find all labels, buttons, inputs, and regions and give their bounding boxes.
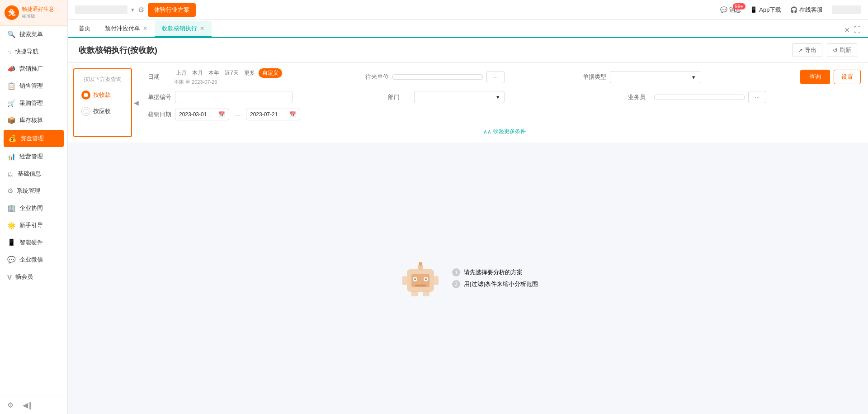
- sidebar-item-label: 基础信息: [18, 170, 41, 178]
- shortcut-this-month[interactable]: 本月: [190, 68, 205, 78]
- sidebar-item-inventory[interactable]: 📦 库存核算: [0, 112, 67, 129]
- verify-date-end[interactable]: 2023-07-21 📅: [246, 109, 300, 120]
- message-icon: 💬: [720, 6, 727, 13]
- salesperson-ellipsis[interactable]: ···: [748, 91, 766, 103]
- sidebar-item-guide[interactable]: 🌟 新手引导: [0, 217, 67, 234]
- sidebar-item-label: 企业协同: [19, 204, 43, 212]
- collapse-label: 收起更多条件: [493, 128, 526, 135]
- tab-receipt[interactable]: 收款核销执行 ✕: [155, 21, 212, 37]
- operation-icon: 📊: [7, 152, 16, 161]
- marketing-icon: 📣: [7, 65, 16, 73]
- shortcut-this-year[interactable]: 本年: [207, 68, 221, 78]
- date-shortcut-group: 上月 本月 本年 近7天 更多 自定义: [174, 68, 282, 78]
- counterparty-label: 往来单位: [365, 73, 389, 81]
- tab-prepay[interactable]: 预付冲应付单 ✕: [98, 21, 155, 37]
- main-area: ▾ ⚙ 体验行业方案 💬 消息 99+ 📱 App下载 🎧 在线客服 首页: [68, 0, 868, 414]
- user-label: [832, 5, 861, 14]
- dropdown-icon[interactable]: ▾: [131, 6, 134, 13]
- counterparty-input[interactable]: [392, 74, 483, 80]
- logo-icon: 兔: [5, 5, 19, 20]
- receipt-option-icon: [81, 90, 90, 100]
- sidebar-item-sales[interactable]: 📋 销售管理: [0, 77, 67, 95]
- verify-date-field: 核销日期 2023-03-01 📅 — 2023-07-21 📅: [148, 109, 861, 120]
- sidebar-item-label: 经营管理: [19, 152, 43, 161]
- sidebar-item-purchase[interactable]: 🛒 采购管理: [0, 95, 67, 112]
- sidebar-item-label: 智能硬件: [19, 238, 43, 247]
- export-button[interactable]: ↗ 导出: [792, 43, 822, 57]
- salesperson-input[interactable]: [654, 95, 745, 100]
- gear-icon[interactable]: ⚙: [138, 5, 144, 14]
- tab-prepay-close[interactable]: ✕: [143, 25, 147, 32]
- sidebar-item-label: 销售管理: [19, 82, 43, 90]
- sidebar-item-shortcut[interactable]: ⌂ 快捷导航: [0, 43, 67, 60]
- solution-button[interactable]: 体验行业方案: [148, 3, 196, 17]
- tab-home[interactable]: 首页: [71, 21, 98, 37]
- svg-rect-14: [423, 291, 429, 296]
- tab-receipt-close[interactable]: ✕: [200, 25, 204, 32]
- shortcut-7days[interactable]: 近7天: [223, 68, 241, 78]
- logo-title: 畅捷通好生意: [22, 6, 54, 13]
- step-num-1: 1: [452, 268, 460, 276]
- shortcut-custom[interactable]: 自定义: [259, 68, 282, 78]
- svg-point-10: [419, 262, 422, 266]
- tab-bar: 首页 预付冲应付单 ✕ 收款核销执行 ✕ ✕ ⛶: [68, 20, 868, 38]
- sidebar: 兔 畅捷通好生意 标准版 🔍 搜索菜单 ⌂ 快捷导航 📣 营销推广 📋 销售管理…: [0, 0, 68, 414]
- sidebar-item-marketing[interactable]: 📣 营销推广: [0, 60, 67, 77]
- filter-option-receivable-label: 按应收: [93, 107, 111, 115]
- online-service-button[interactable]: 🎧 在线客服: [790, 6, 823, 14]
- shortcut-last-month[interactable]: 上月: [174, 68, 189, 78]
- step-num-2: 2: [452, 280, 460, 288]
- counterparty-ellipsis[interactable]: ···: [486, 71, 505, 83]
- message-badge: 99+: [733, 3, 746, 10]
- filter-form: 日期 上月 本月 本年 近7天 更多 自定义 不限 至 2023-07-26: [141, 63, 868, 143]
- empty-step1-text: 请先选择要分析的方案: [464, 268, 523, 276]
- export-icon: ↗: [798, 47, 803, 54]
- doc-type-select[interactable]: ▾: [610, 71, 700, 83]
- sidebar-item-operation[interactable]: 📊 经营管理: [0, 148, 67, 165]
- doc-no-input[interactable]: [175, 91, 292, 103]
- sidebar-item-label: 库存核算: [19, 116, 43, 124]
- query-button[interactable]: 查询: [800, 70, 830, 84]
- filter-option-receivable[interactable]: 按应收: [74, 103, 131, 119]
- calendar-end-icon[interactable]: 📅: [289, 111, 296, 118]
- date-limit: 不限 至 2023-07-26: [174, 79, 282, 86]
- header-left: ▾ ⚙ 体验行业方案: [75, 3, 196, 17]
- sidebar-item-enterprise[interactable]: 🏢 企业协同: [0, 200, 67, 217]
- logo-area: 兔 畅捷通好生意 标准版: [0, 0, 67, 26]
- sidebar-item-search[interactable]: 🔍 搜索菜单: [0, 26, 67, 43]
- brand-label: [75, 5, 127, 14]
- doc-type-field: 单据类型 ▾: [583, 71, 793, 83]
- page-actions: ↗ 导出 ↺ 刷新: [792, 43, 857, 57]
- collapse-sidebar-icon[interactable]: ◀‖: [23, 401, 32, 409]
- date-field: 日期 上月 本月 本年 近7天 更多 自定义 不限 至 2023-07-26: [148, 68, 358, 86]
- refresh-button[interactable]: ↺ 刷新: [827, 43, 857, 57]
- tab-maximize-action[interactable]: ⛶: [854, 26, 861, 34]
- settings-bottom-icon[interactable]: ⚙: [7, 401, 14, 409]
- app-label: App下载: [759, 6, 781, 14]
- setting-button[interactable]: 设置: [834, 70, 861, 84]
- verify-date-start[interactable]: 2023-03-01 📅: [175, 109, 229, 120]
- collapse-more-btn[interactable]: ∧∧ 收起更多条件: [148, 126, 861, 137]
- collapse-icon: ∧∧: [483, 128, 491, 135]
- filter-row-2: 单据编号 部门 ▾ 业务员 ···: [148, 91, 861, 103]
- sidebar-item-system[interactable]: ⚙ 系统管理: [0, 182, 67, 200]
- shortcut-more[interactable]: 更多: [242, 68, 257, 78]
- refresh-icon: ↺: [833, 47, 838, 54]
- sidebar-item-basic[interactable]: 🗂 基础信息: [0, 165, 67, 182]
- sidebar-item-hardware[interactable]: 📱 智能硬件: [0, 234, 67, 251]
- dept-select[interactable]: ▾: [414, 91, 505, 103]
- dept-dropdown-icon: ▾: [496, 94, 500, 100]
- sidebar-item-wechat[interactable]: 💬 企业微信: [0, 251, 67, 268]
- tab-close-action[interactable]: ✕: [844, 26, 850, 34]
- receivable-option-icon: [81, 107, 90, 116]
- filter-option-receipt[interactable]: 按收款: [74, 87, 131, 103]
- calendar-start-icon[interactable]: 📅: [218, 111, 225, 118]
- collapse-arrow[interactable]: ◀: [132, 63, 141, 143]
- salesperson-field: 业务员 ···: [628, 91, 861, 103]
- logo-text-block: 畅捷通好生意 标准版: [22, 6, 54, 19]
- sidebar-item-finance[interactable]: 💰 资金管理: [4, 130, 64, 147]
- app-download-button[interactable]: 📱 App下载: [750, 6, 781, 14]
- message-button[interactable]: 💬 消息 99+: [720, 6, 741, 14]
- svg-rect-12: [434, 276, 439, 285]
- sidebar-item-member[interactable]: V 畅会员: [0, 268, 67, 286]
